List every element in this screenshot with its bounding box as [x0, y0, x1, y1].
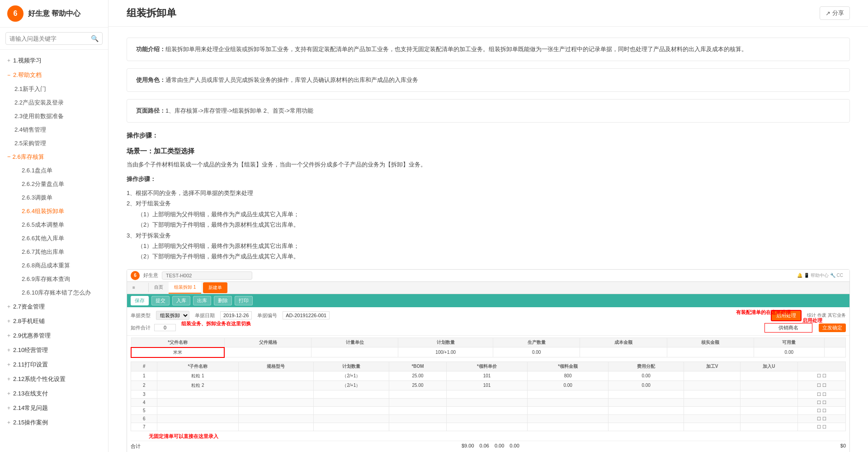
mock-bottom-row-4: 4 ☐ ☐ — [131, 398, 846, 406]
annotation-4: 无固定清单可以直接在这里录入 — [131, 433, 846, 440]
intro-label: 功能介绍： — [136, 46, 165, 52]
step2-sub2: （2）下部明细为子件明细，最终作为原材料生成其它出库单。 — [127, 219, 850, 230]
sidebar-item-ops[interactable]: + 2.10经营管理 — [0, 343, 108, 357]
mock-date-val: 2019-12-26 — [220, 311, 252, 319]
sidebar-item-print[interactable]: + 2.11打印设置 — [0, 357, 108, 372]
sidebar-leaf-262[interactable]: 2.6.2分量盘点单 — [0, 177, 108, 191]
sidebar-item-purchase[interactable]: 2.5采购管理 — [0, 137, 108, 150]
mock-td-cost-1 — [580, 347, 667, 357]
sidebar-leaf-264[interactable]: 2.6.4组装拆卸单 — [0, 205, 108, 218]
plus-icon-2: + — [7, 304, 10, 310]
mock-btn-delete[interactable]: 删除 — [214, 296, 232, 305]
sidebar-item-cases[interactable]: + 2.15操作案例 — [0, 415, 108, 430]
mock-bottom-table: # *子件名称 规格型号 计划数量 *BOM *领料单价 *领料金额 费用分配 … — [131, 362, 846, 431]
mock-bottom-row-7: 7 ☐ ☐ — [131, 423, 846, 431]
mock-num-label: 单据编号 — [257, 312, 277, 319]
mock-bth-spec: 规格型号 — [238, 362, 314, 371]
mock-footer-total4: 0.00 — [509, 443, 519, 450]
mock-bottom-row-2: 2 粒粒 2 （2/+1） 25.00 101 0.00 0.00 ☐ ☐ — [131, 381, 846, 390]
mock-btn-inbound[interactable]: 入库 — [172, 296, 190, 305]
mock-tab-home[interactable]: 自页 — [149, 282, 169, 294]
annotation-2: 组装业务、拆卸业务在这里切换 — [181, 320, 251, 327]
mock-btn-print[interactable]: 打印 — [235, 296, 253, 305]
sidebar-item-prepdata[interactable]: 2.3使用前数据准备 — [0, 109, 108, 123]
scene1-title: 场景一：加工类型选择 — [127, 147, 850, 156]
mock-confirm-btn[interactable]: 立发确定 — [819, 324, 846, 332]
mock-tab-active[interactable]: 组装拆卸 1 — [169, 282, 201, 294]
sidebar-item-payment[interactable]: + 2.13在线支付 — [0, 386, 108, 401]
mock-app-toolbar: 保存 提交 入库 出库 删除 打印 — [127, 294, 849, 307]
sidebar-leaf-269[interactable]: 2.6.9库存账本查询 — [0, 272, 108, 286]
sidebar-leaf-263[interactable]: 2.6.3调拨单 — [0, 191, 108, 205]
minus-icon: − — [7, 72, 10, 78]
sidebar-item-faq[interactable]: + 2.14常见问题 — [0, 401, 108, 415]
intro-text: 组装拆卸单用来处理企业组装或拆卸等加工业务，支持有固定装配清单的产品加工业务，也… — [165, 46, 747, 52]
search-input[interactable] — [9, 35, 91, 42]
sidebar-leaf-261[interactable]: 2.6.1盘点单 — [0, 164, 108, 177]
mock-partner-input[interactable]: 供销商名 — [764, 323, 812, 333]
search-wrap[interactable]: 🔍 — [5, 32, 103, 45]
sidebar-leaf-265[interactable]: 2.6.5成本调整单 — [0, 218, 108, 232]
sidebar-item-mobile[interactable]: + 2.8手机旺铺 — [0, 314, 108, 328]
search-box: 🔍 — [0, 28, 108, 50]
mock-num-val: AD-20191226-001 — [283, 311, 330, 319]
annotation-3: 启用处理 — [802, 317, 822, 324]
sidebar-item-finance[interactable]: + 2.7资金管理 — [0, 300, 108, 314]
sidebar-item-label: 2.8手机旺铺 — [13, 317, 45, 325]
sidebar-item-label: 2.11打印设置 — [13, 361, 48, 369]
mock-topbar: 6 好生意 TEST-H002 🔔 📱 帮助中心 🔧 CC — [127, 270, 849, 282]
mock-tabs: ≡ 自页 组装拆卸 1 新建单 — [127, 282, 849, 294]
mock-top-table: *父件名称 父件规格 计量单位 计划数量 生产数量 成本金额 核实金额 可用量 — [131, 338, 846, 358]
sidebar-leaf-268[interactable]: 2.6.8商品成本重算 — [0, 259, 108, 272]
sidebar-item-label: 2.12系统个性化设置 — [13, 375, 66, 383]
sidebar-item-newbie[interactable]: 2.1新手入门 — [0, 82, 108, 96]
sidebar-leaf-267[interactable]: 2.6.7其他出库单 — [0, 245, 108, 259]
share-button[interactable]: ↗ 分享 — [820, 6, 850, 20]
step2-sub1: （1）上部明细为父件明细，最终作为产成品生成其它入库单； — [127, 209, 850, 219]
mock-th-avail: 可用量 — [754, 338, 824, 347]
mock-type-select[interactable]: 组装拆卸 — [156, 311, 189, 320]
mock-bottom-row-6: 6 ☐ ☐ — [131, 414, 846, 423]
sidebar-item-inventory[interactable]: −2.6库存核算 — [0, 150, 108, 164]
mock-th-plan: 计划数量 — [398, 338, 493, 347]
sidebar-item-label: 2.9优惠券管理 — [13, 332, 51, 340]
mock-bth-alloc: 费用分配 — [609, 362, 684, 371]
search-icon[interactable]: 🔍 — [91, 35, 99, 42]
sidebar-item-install[interactable]: 2.2产品安装及登录 — [0, 96, 108, 109]
sidebar-item-video[interactable]: + 1.视频学习 — [0, 53, 108, 68]
mock-bottom-table-wrap: # *子件名称 规格型号 计划数量 *BOM *领料单价 *领料金额 费用分配 … — [127, 360, 849, 452]
mock-btn-outbound[interactable]: 出库 — [193, 296, 211, 305]
mock-bth-bom: *BOM — [389, 362, 447, 371]
mock-bottom-row-3: 3 ☐ ☐ — [131, 390, 846, 398]
ops-title: 操作步骤： — [127, 132, 850, 140]
mock-th-actual: 核实金额 — [667, 338, 754, 347]
mock-date-label: 单据日期 — [195, 312, 215, 319]
mock-btn-submit[interactable]: 提交 — [151, 296, 170, 305]
plus-icon-6: + — [7, 362, 10, 368]
role-text: 通常由生产人员或库管人员完成拆装业务的操作，库管人员确认原材料的出库和产成品的入… — [165, 76, 418, 83]
mock-type-label: 单据类型 — [131, 312, 151, 319]
mock-footer-label: 合计 — [131, 443, 141, 450]
mock-tab-new[interactable]: 新建单 — [203, 282, 227, 293]
plus-icon-5: + — [7, 347, 10, 353]
sidebar-item-docs[interactable]: − 2.帮助文档 — [0, 68, 108, 82]
mock-td-actual-1 — [667, 347, 754, 357]
mock-td-spec-1 — [224, 347, 311, 357]
mock-td-op-1 — [824, 347, 845, 357]
mock-th-cost: 成本金额 — [580, 338, 667, 347]
sidebar-item-coupon[interactable]: + 2.9优惠券管理 — [0, 328, 108, 343]
mock-btn-save[interactable]: 保存 — [131, 296, 149, 305]
mock-count-val: 0 — [154, 324, 176, 331]
plus-icon: + — [7, 57, 10, 64]
sidebar-leaf-266[interactable]: 2.6.6其他入库单 — [0, 232, 108, 245]
page-title: 组装拆卸单 — [127, 6, 176, 20]
sidebar-header: 6 好生意 帮助中心 — [0, 0, 108, 28]
mock-logo: 6 — [131, 271, 140, 280]
sidebar-leaf-2610[interactable]: 2.6.10库存账本错了怎么办 — [0, 286, 108, 300]
mock-table-footer: 合计 $9.00 0.06 0.00 0.00 $0 — [131, 441, 846, 452]
path-block: 页面路径：1、库存核算->库存管理->组装拆卸单 2、首页->常用功能 — [127, 99, 850, 123]
sidebar-item-sales[interactable]: 2.4销售管理 — [0, 123, 108, 137]
mock-bth-price: *领料单价 — [446, 362, 527, 371]
mock-bottom-row-5: 5 ☐ ☐ — [131, 406, 846, 414]
sidebar-item-settings[interactable]: + 2.12系统个性化设置 — [0, 372, 108, 386]
